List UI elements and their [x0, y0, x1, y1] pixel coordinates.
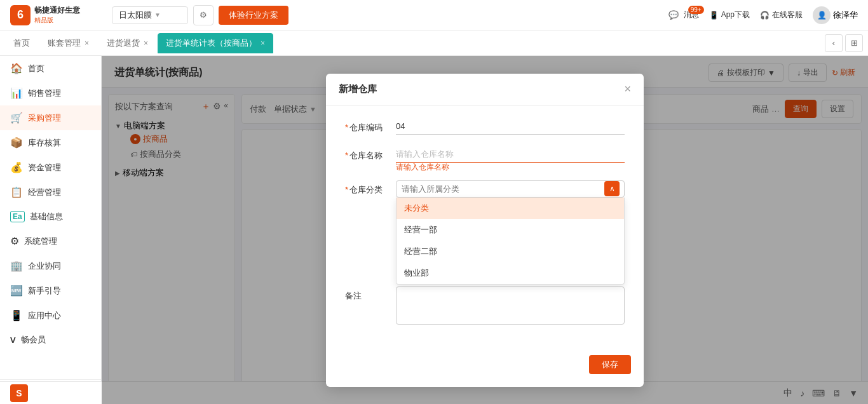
content-area: 进货单统计(按商品) 🖨 按模板打印 ▼ ↓ 导出 ↻ 刷新: [102, 56, 868, 404]
category-dropdown: 未分类 经营一部 经营二部 物业部: [396, 198, 625, 285]
sidebar-basic-label: 基础信息: [30, 211, 63, 222]
form-row-name: * 仓库名称 请输入仓库名称: [345, 146, 625, 163]
tab-purchase-return-label: 进货退货: [107, 37, 140, 49]
sidebar: 🏠 首页 📊 销售管理 🛒 采购管理 📦 库存核算 💰 资金管理 📋 经营管理 …: [0, 56, 102, 404]
dropdown-item-dept2[interactable]: 经营二部: [397, 241, 624, 262]
tab-purchase-stats[interactable]: 进货单统计表（按商品） ×: [158, 33, 273, 53]
username-label: 徐泽华: [833, 10, 858, 21]
modal-close-button[interactable]: ×: [624, 83, 631, 96]
sidebar-item-sales[interactable]: 📊 销售管理: [0, 81, 101, 105]
sidebar-appcenter-label: 应用中心: [28, 310, 61, 321]
tab-accounts[interactable]: 账套管理 ×: [39, 33, 97, 53]
topbar-settings-button[interactable]: ⚙: [193, 5, 214, 25]
modal-header: 新增仓库 ×: [326, 74, 644, 105]
sidebar-item-finance[interactable]: 💰 资金管理: [0, 155, 101, 180]
logo-icon: 6: [10, 5, 31, 25]
sidebar-item-system[interactable]: ⚙ 系统管理: [0, 229, 101, 253]
category-chevron-icon[interactable]: ∧: [604, 181, 620, 196]
message-icon: 💬: [668, 10, 679, 20]
home-icon: 🏠: [10, 62, 23, 74]
dropdown-item-uncategorized[interactable]: 未分类: [397, 198, 624, 219]
form-row-remark: 备注: [345, 286, 625, 325]
sidebar-purchase-label: 采购管理: [28, 112, 61, 124]
sidebar-vip-label: 畅会员: [21, 334, 46, 346]
enterprise-icon: 🏢: [10, 260, 23, 272]
modal-footer: 保存: [326, 349, 644, 387]
sidebar-operations-label: 经营管理: [28, 187, 61, 198]
sidebar-item-basic[interactable]: Ea 基础信息: [0, 205, 101, 229]
store-selector[interactable]: 日太阳膜 ▼: [112, 6, 188, 24]
tab-purchase-return[interactable]: 进货退货 ×: [98, 33, 156, 53]
modal-title: 新增仓库: [339, 83, 377, 95]
topbar: 6 畅捷通好生意 精品版 日太阳膜 ▼ ⚙ 体验行业方案 💬 99+ 消息 📱 …: [0, 0, 868, 30]
sidebar-enterprise-label: 企业协同: [28, 260, 61, 272]
tab-purchase-stats-label: 进货单统计表（按商品）: [166, 37, 257, 49]
form-row-code: * 仓库编码: [345, 118, 625, 135]
tab-purchase-stats-close-icon[interactable]: ×: [261, 39, 265, 48]
sidebar-item-home[interactable]: 🏠 首页: [0, 56, 101, 81]
sidebar-item-purchase[interactable]: 🛒 采购管理: [0, 105, 101, 130]
appcenter-icon: 📱: [10, 309, 23, 321]
bottom-logo-s: S: [10, 384, 28, 402]
sidebar-item-newbie[interactable]: 🆕 新手引导: [0, 278, 101, 303]
trial-button[interactable]: 体验行业方案: [219, 6, 288, 25]
tab-home-label: 首页: [13, 37, 30, 49]
category-input[interactable]: [396, 180, 625, 198]
notif-badge: 99+: [688, 6, 704, 14]
tabs-right: ‹ ⊞: [825, 34, 863, 52]
sales-icon: 📊: [10, 87, 23, 99]
code-label: * 仓库编码: [345, 118, 396, 133]
tabs-prev-button[interactable]: ‹: [825, 34, 843, 52]
messages-button[interactable]: 💬 99+ 消息: [668, 10, 699, 20]
store-name: 日太阳膜: [119, 10, 152, 21]
app-download-button[interactable]: 📱 App下载: [709, 10, 750, 20]
inventory-icon: 📦: [10, 137, 23, 149]
tab-accounts-close-icon[interactable]: ×: [85, 39, 89, 48]
name-input[interactable]: [396, 146, 625, 163]
main-layout: 🏠 首页 📊 销售管理 🛒 采购管理 📦 库存核算 💰 资金管理 📋 经营管理 …: [0, 56, 868, 404]
name-error-message: 请输入仓库名称: [396, 162, 449, 173]
required-star-code: *: [345, 123, 348, 132]
basic-icon: Ea: [10, 211, 25, 222]
save-button[interactable]: 保存: [589, 355, 631, 374]
tab-purchase-return-close-icon[interactable]: ×: [144, 39, 148, 48]
newbie-icon: 🆕: [10, 285, 23, 297]
category-label: * 仓库分类: [345, 180, 396, 196]
user-area[interactable]: 👤 徐泽华: [813, 6, 858, 24]
phone-icon: 📱: [709, 11, 719, 20]
system-icon: ⚙: [10, 235, 19, 247]
remark-input[interactable]: [396, 286, 625, 325]
sidebar-item-inventory[interactable]: 📦 库存核算: [0, 130, 101, 155]
tab-accounts-label: 账套管理: [48, 37, 81, 49]
dropdown-item-dept1[interactable]: 经营一部: [397, 219, 624, 241]
sidebar-system-label: 系统管理: [24, 236, 57, 247]
purchase-icon: 🛒: [10, 112, 23, 124]
headset-icon: 🎧: [760, 11, 770, 20]
sidebar-sales-label: 销售管理: [28, 88, 61, 99]
remark-label: 备注: [345, 286, 396, 302]
sidebar-item-enterprise[interactable]: 🏢 企业协同: [0, 253, 101, 278]
modal-body: * 仓库编码 * 仓库名称 请输入仓库名称: [326, 105, 644, 349]
code-input[interactable]: [396, 118, 625, 135]
sidebar-home-label: 首页: [28, 63, 44, 74]
logo-area: 6 畅捷通好生意 精品版: [10, 5, 112, 25]
sidebar-item-appcenter[interactable]: 📱 应用中心: [0, 303, 101, 328]
sidebar-inventory-label: 库存核算: [28, 137, 61, 149]
sidebar-newbie-label: 新手引导: [28, 285, 61, 297]
tabs-next-button[interactable]: ⊞: [845, 34, 863, 52]
modal-overlay: 新增仓库 × * 仓库编码 *: [102, 56, 868, 404]
tabs-bar: 首页 账套管理 × 进货退货 × 进货单统计表（按商品） × ‹ ⊞: [0, 30, 868, 56]
name-label: * 仓库名称: [345, 146, 396, 161]
new-warehouse-modal: 新增仓库 × * 仓库编码 *: [326, 74, 644, 387]
vip-icon: V: [10, 335, 16, 345]
customer-service-button[interactable]: 🎧 在线客服: [760, 10, 803, 20]
topbar-middle: 日太阳膜 ▼ ⚙ 体验行业方案: [112, 5, 668, 25]
avatar: 👤: [813, 6, 831, 24]
operations-icon: 📋: [10, 186, 23, 198]
tab-home[interactable]: 首页: [5, 33, 38, 53]
dropdown-item-property[interactable]: 物业部: [397, 262, 624, 284]
sidebar-item-vip[interactable]: V 畅会员: [0, 328, 101, 352]
logo-text: 畅捷通好生意 精品版: [34, 5, 80, 25]
sidebar-item-operations[interactable]: 📋 经营管理: [0, 180, 101, 205]
finance-icon: 💰: [10, 161, 23, 173]
